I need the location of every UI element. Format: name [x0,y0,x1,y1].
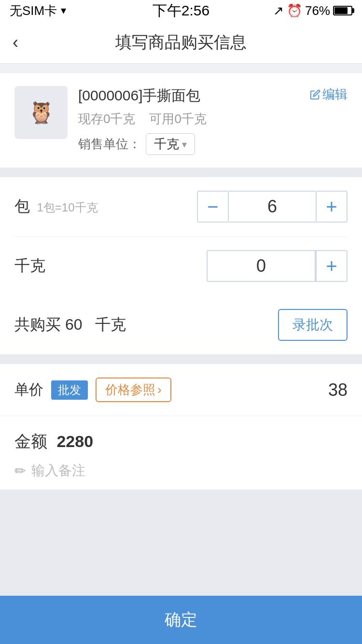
status-right: ↗ ⏰ 76% [273,3,352,18]
remark-pencil-icon: ✏ [14,463,26,479]
battery-text: 76% [305,3,330,18]
status-bar: 无SIM卡 ▾ 下午2:56 ↗ ⏰ 76% [0,0,362,21]
quantity-row-bao: 包 1包=10千克 − + [14,177,348,237]
product-card: 🦉 [0000006]手撕面包 编辑 现存0千克 可用0千克 [0,73,362,168]
edit-label: 编辑 [322,86,348,103]
summary-text: 共购买 60 千克 [14,314,126,336]
remark-row[interactable]: ✏ 输入备注 [14,462,348,480]
quantity-section: 包 1包=10千克 − + 千克 + [0,177,362,295]
product-info: [0000006]手撕面包 编辑 现存0千克 可用0千克 销售单位： 千克 [78,86,348,155]
amount-label: 金额 [14,432,47,450]
location-icon: ↗ [273,3,284,18]
remark-placeholder: 输入备注 [31,462,85,480]
quantity-row-kg: 千克 + [14,237,348,295]
qty-minus-button-bao[interactable]: − [197,191,229,223]
summary-quantity: 60 [65,316,83,333]
product-stock: 现存0千克 可用0千克 [78,111,348,127]
confirm-label: 确定 [165,609,197,631]
amount-section: 金额 2280 ✏ 输入备注 [0,416,362,490]
alarm-icon: ⏰ [287,3,302,18]
batch-label: 录批次 [292,317,333,332]
stock-text: 现存0千克 [78,112,135,126]
wifi-icon: ▾ [61,4,66,17]
edit-icon [310,89,320,100]
qty-sub-label-bao: 1包=10千克 [37,201,97,214]
page-title: 填写商品购买信息 [115,31,247,54]
carrier-text: 无SIM卡 [10,2,57,19]
dropdown-arrow-icon: ▾ [182,139,187,150]
qty-input-kg[interactable] [207,250,316,282]
battery-icon [333,6,352,15]
price-tag: 批发 [51,380,88,400]
qty-plus-button-bao[interactable]: + [316,191,348,223]
back-button[interactable]: ‹ [13,32,18,53]
product-full-name: [0000006]手撕面包 [78,86,200,106]
edit-button[interactable]: 编辑 [310,86,348,103]
product-unit-row: 销售单位： 千克 ▾ [78,133,348,155]
qty-label-text-bao: 包 [14,197,30,215]
qty-input-bao[interactable] [229,191,316,223]
qty-label-kg: 千克 [14,255,45,277]
price-ref-button[interactable]: 价格参照 › [96,378,171,402]
summary-unit: 千克 [95,316,126,333]
status-left: 无SIM卡 ▾ [10,2,66,19]
nav-bar: ‹ 填写商品购买信息 [0,21,362,64]
unit-value: 千克 [154,136,179,153]
price-ref-label: 价格参照 [105,381,155,398]
qty-label-bao: 包 1包=10千克 [14,196,98,217]
qty-control-kg: + [207,250,348,282]
qty-plus-button-kg[interactable]: + [316,250,348,282]
summary-prefix: 共购买 [14,316,61,333]
batch-button[interactable]: 录批次 [278,309,348,341]
unit-dropdown[interactable]: 千克 ▾ [146,133,195,155]
unit-label: 销售单位： [78,136,141,153]
product-thumbnail: 🦉 [14,86,68,139]
qty-label-text-kg: 千克 [14,257,45,274]
confirm-bar[interactable]: 确定 [0,596,362,644]
status-time: 下午2:56 [153,1,209,21]
available-text: 可用0千克 [149,112,206,126]
qty-control-bao: − + [197,191,348,223]
amount-row: 金额 2280 [14,431,348,453]
summary-section: 共购买 60 千克 录批次 [0,295,362,354]
section-divider-1 [0,168,362,177]
price-value: 38 [328,380,348,400]
amount-value: 2280 [56,432,93,450]
price-label: 单价 [14,380,43,400]
price-ref-arrow-icon: › [157,382,162,397]
price-section: 单价 批发 价格参照 › 38 [0,354,362,416]
product-logo-icon: 🦉 [28,100,55,125]
product-name-row: [0000006]手撕面包 编辑 [78,86,348,106]
